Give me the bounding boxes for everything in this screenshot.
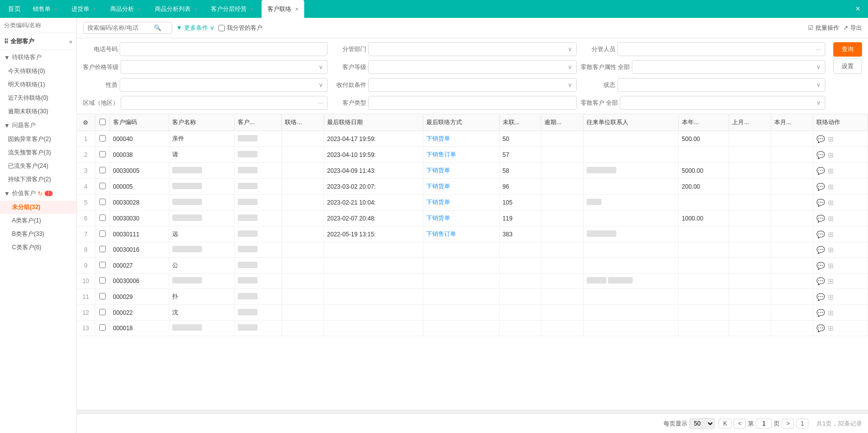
message-icon[interactable]: 💬 bbox=[816, 199, 825, 207]
row-checkbox-cell[interactable] bbox=[95, 179, 110, 195]
search-field[interactable]: 🔍 bbox=[83, 22, 172, 34]
message-icon[interactable]: 💬 bbox=[816, 215, 825, 222]
row-checkbox[interactable] bbox=[99, 215, 106, 221]
message-icon[interactable]: 💬 bbox=[816, 246, 825, 254]
contact-way-link[interactable]: 下销货单 bbox=[426, 183, 450, 190]
search-input[interactable] bbox=[87, 24, 152, 31]
row-checkbox-cell[interactable] bbox=[95, 131, 110, 147]
next-page-button[interactable]: > bbox=[782, 419, 794, 429]
row-checkbox[interactable] bbox=[99, 230, 106, 237]
sidebar-all-customers[interactable]: ⠿ 全部客户 « bbox=[0, 33, 76, 50]
message-icon[interactable]: 💬 bbox=[816, 277, 825, 285]
my-customers-filter[interactable]: 我分管的客户 bbox=[218, 24, 263, 32]
collapse-icon[interactable]: « bbox=[69, 38, 72, 45]
horizontal-scrollbar[interactable] bbox=[77, 410, 868, 414]
price-grade-select[interactable]: ∨ bbox=[121, 60, 328, 74]
grid-action-icon[interactable]: ⊞ bbox=[828, 151, 834, 159]
prev-page-button[interactable]: < bbox=[734, 419, 746, 429]
home-tab[interactable]: 首页 bbox=[4, 4, 25, 13]
reset-button[interactable]: 设置 bbox=[833, 59, 862, 74]
sidebar-search-input[interactable] bbox=[4, 22, 77, 29]
search-icon[interactable]: 🔍 bbox=[154, 24, 161, 31]
row-checkbox[interactable] bbox=[99, 246, 106, 252]
grid-action-icon[interactable]: ⊞ bbox=[828, 167, 834, 175]
sidebar-item-tomorrow-pending[interactable]: 明天待联络(1) bbox=[0, 78, 76, 91]
close-icon[interactable]: × bbox=[251, 6, 254, 12]
sidebar-item-declining[interactable]: 持续下滑客户(2) bbox=[0, 173, 76, 186]
grade-select[interactable]: ∨ bbox=[368, 60, 576, 74]
sidebar-group-value[interactable]: ▼ 价值客户 ↻ ! bbox=[0, 186, 76, 201]
grid-action-icon[interactable]: ⊞ bbox=[828, 215, 834, 222]
message-icon[interactable]: 💬 bbox=[816, 324, 825, 332]
tab-purchase-order[interactable]: 进货单 × bbox=[66, 0, 102, 18]
sidebar-group-problem[interactable]: ▼ 问题客户 bbox=[0, 118, 76, 133]
contact-way-link[interactable]: 下销货单 bbox=[426, 135, 450, 142]
message-icon[interactable]: 💬 bbox=[816, 293, 825, 301]
close-icon[interactable]: × bbox=[55, 6, 58, 12]
contact-way-link[interactable]: 下销售订单 bbox=[426, 230, 456, 237]
tab-customer-layer[interactable]: 客户分层经营 × bbox=[205, 0, 260, 18]
message-icon[interactable]: 💬 bbox=[816, 262, 825, 270]
tab-product-analysis[interactable]: 商品分析 × bbox=[104, 0, 147, 18]
row-checkbox-cell[interactable] bbox=[95, 242, 110, 258]
sidebar-item-overdue-pending[interactable]: 逾期未联络(30) bbox=[0, 105, 76, 118]
grid-action-icon[interactable]: ⊞ bbox=[828, 246, 834, 254]
message-icon[interactable]: 💬 bbox=[816, 135, 825, 143]
page-number-input[interactable] bbox=[756, 419, 772, 429]
row-checkbox-cell[interactable] bbox=[95, 147, 110, 163]
status-select[interactable]: ∨ bbox=[617, 78, 825, 92]
first-page-button[interactable]: K bbox=[719, 419, 732, 429]
row-checkbox[interactable] bbox=[99, 293, 106, 299]
row-checkbox[interactable] bbox=[99, 277, 106, 284]
more-conditions-button[interactable]: ▼ 更多条件 ∨ bbox=[176, 24, 214, 32]
message-icon[interactable]: 💬 bbox=[816, 151, 825, 159]
dept-select[interactable]: ∨ bbox=[368, 42, 576, 56]
sidebar-item-week-pending[interactable]: 近7天待联络(0) bbox=[0, 91, 76, 105]
row-checkbox-cell[interactable] bbox=[95, 274, 110, 289]
export-button[interactable]: ↗ 导出 bbox=[843, 24, 862, 32]
select-all-checkbox[interactable] bbox=[99, 119, 106, 125]
sidebar-item-churned[interactable]: 已流失客户(24) bbox=[0, 159, 76, 173]
contact-way-link[interactable]: 下销货单 bbox=[426, 167, 450, 174]
close-icon[interactable]: × bbox=[295, 6, 298, 12]
my-customers-checkbox[interactable] bbox=[218, 25, 225, 31]
row-checkbox[interactable] bbox=[99, 151, 106, 157]
grid-action-icon[interactable]: ⊞ bbox=[828, 293, 834, 301]
contact-way-link[interactable]: 下销货单 bbox=[426, 215, 450, 221]
batch-operation-button[interactable]: ☑ 批量操作 bbox=[808, 24, 839, 32]
window-close-button[interactable]: × bbox=[852, 4, 864, 13]
row-checkbox[interactable] bbox=[99, 183, 106, 189]
row-checkbox[interactable] bbox=[99, 135, 106, 142]
tab-product-analysis-list[interactable]: 商品分析列表 × bbox=[149, 0, 203, 18]
sidebar-item-churn-warning[interactable]: 流失预警客户(3) bbox=[0, 146, 76, 159]
tab-customer-contact[interactable]: 客户联络 × bbox=[262, 0, 304, 18]
sidebar-item-class-c[interactable]: C类客户(6) bbox=[0, 241, 76, 254]
grid-action-icon[interactable]: ⊞ bbox=[828, 309, 834, 317]
row-checkbox-cell[interactable] bbox=[95, 258, 110, 274]
row-checkbox[interactable] bbox=[99, 324, 106, 331]
message-icon[interactable]: 💬 bbox=[816, 183, 825, 191]
row-checkbox[interactable] bbox=[99, 262, 106, 268]
grid-action-icon[interactable]: ⊞ bbox=[828, 277, 834, 285]
message-icon[interactable]: 💬 bbox=[816, 309, 825, 317]
query-button[interactable]: 查询 bbox=[833, 42, 862, 57]
retail-attr-select[interactable]: ∨ bbox=[632, 60, 825, 74]
phone-input[interactable] bbox=[120, 42, 328, 56]
grid-action-icon[interactable]: ⊞ bbox=[828, 324, 834, 332]
sidebar-item-ungroup[interactable]: 未分组(32) bbox=[0, 201, 76, 214]
settings-column-header[interactable]: ⚙ bbox=[77, 114, 95, 131]
close-icon[interactable]: × bbox=[195, 6, 198, 12]
sidebar-group-pending[interactable]: ▼ 待联络客户 bbox=[0, 50, 76, 65]
last-page-button[interactable]: 1 bbox=[796, 419, 808, 429]
region-input[interactable]: ··· bbox=[121, 96, 328, 110]
retail-select[interactable]: ∨ bbox=[620, 96, 825, 110]
tab-sales-order[interactable]: 销售单 × bbox=[27, 0, 64, 18]
grid-action-icon[interactable]: ⊞ bbox=[828, 230, 834, 238]
person-input[interactable]: ··· bbox=[617, 42, 825, 56]
sidebar-item-class-b[interactable]: B类客户(33) bbox=[0, 227, 76, 241]
row-checkbox-cell[interactable] bbox=[95, 195, 110, 211]
row-checkbox-cell[interactable] bbox=[95, 321, 110, 336]
page-size-select[interactable]: 50 100 200 bbox=[689, 418, 715, 429]
refresh-icon[interactable]: ↻ bbox=[38, 190, 43, 197]
checkbox-column-header[interactable] bbox=[95, 114, 110, 131]
